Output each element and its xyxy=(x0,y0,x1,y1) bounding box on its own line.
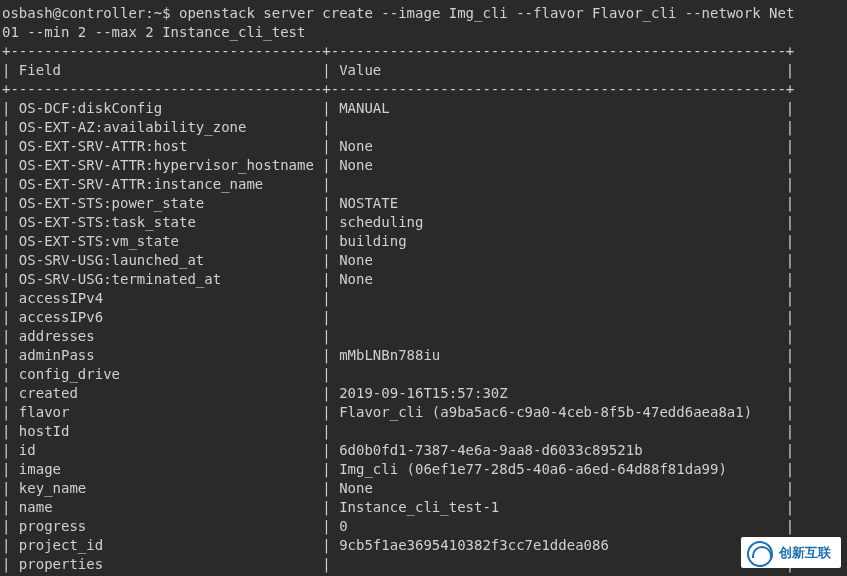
table-row: | OS-EXT-SRV-ATTR:host | None | xyxy=(2,137,847,156)
table-row: | addresses | | xyxy=(2,327,847,346)
table-border-mid: +-------------------------------------+-… xyxy=(2,80,847,99)
table-row: | accessIPv4 | | xyxy=(2,289,847,308)
table-border-top: +-------------------------------------+-… xyxy=(2,42,847,61)
table-row: | project_id | 9cb5f1ae3695410382f3cc7e1… xyxy=(2,536,847,555)
shell-prompt: osbash@controller:~$ xyxy=(2,5,179,21)
watermark-text: 创新互联 xyxy=(779,545,831,560)
table-row: | config_drive | | xyxy=(2,365,847,384)
table-row: | progress | 0 | xyxy=(2,517,847,536)
watermark-badge: 创新互联 xyxy=(741,537,841,568)
watermark-logo-icon xyxy=(747,541,773,567)
table-row: | properties | | xyxy=(2,555,847,574)
table-row: | OS-SRV-USG:launched_at | None | xyxy=(2,251,847,270)
table-row: | OS-EXT-AZ:availability_zone | | xyxy=(2,118,847,137)
table-row: | created | 2019-09-16T15:57:30Z | xyxy=(2,384,847,403)
prompt-line: osbash@controller:~$ openstack server cr… xyxy=(2,4,847,42)
table-row: | adminPass | mMbLNBn788iu | xyxy=(2,346,847,365)
table-row: | key_name | None | xyxy=(2,479,847,498)
terminal-output[interactable]: osbash@controller:~$ openstack server cr… xyxy=(0,0,847,574)
table-row: | hostId | | xyxy=(2,422,847,441)
table-row: | OS-EXT-SRV-ATTR:instance_name | | xyxy=(2,175,847,194)
table-header-row: | Field | Value | xyxy=(2,61,847,80)
table-row: | OS-SRV-USG:terminated_at | None | xyxy=(2,270,847,289)
table-row: | OS-DCF:diskConfig | MANUAL | xyxy=(2,99,847,118)
table-row: | id | 6d0b0fd1-7387-4e6a-9aa8-d6033c895… xyxy=(2,441,847,460)
table-row: | OS-EXT-STS:task_state | scheduling | xyxy=(2,213,847,232)
table-row: | flavor | Flavor_cli (a9ba5ac6-c9a0-4ce… xyxy=(2,403,847,422)
table-row: | image | Img_cli (06ef1e77-28d5-40a6-a6… xyxy=(2,460,847,479)
table-row: | OS-EXT-STS:power_state | NOSTATE | xyxy=(2,194,847,213)
table-row: | OS-EXT-SRV-ATTR:hypervisor_hostname | … xyxy=(2,156,847,175)
table-row: | OS-EXT-STS:vm_state | building | xyxy=(2,232,847,251)
table-row: | name | Instance_cli_test-1 | xyxy=(2,498,847,517)
table-row: | accessIPv6 | | xyxy=(2,308,847,327)
